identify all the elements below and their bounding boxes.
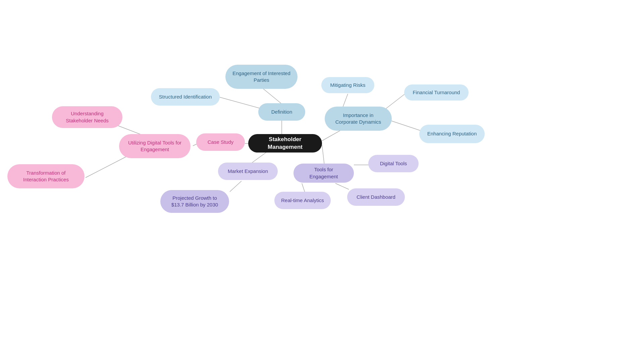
structured-id-node: Structured Identification	[151, 88, 220, 106]
definition-node: Definition	[258, 103, 305, 121]
digital-tools-node: Digital Tools	[368, 155, 419, 172]
transformation-node: Transformation of Interaction Practices	[7, 164, 85, 188]
realtime-analytics-node: Real-time Analytics	[274, 192, 331, 209]
svg-line-6	[391, 121, 421, 131]
importance-node: Importance in Corporate Dynamics	[325, 107, 392, 131]
svg-line-16	[230, 181, 241, 192]
svg-line-13	[335, 183, 349, 189]
engagement-parties-node: Engagement of Interested Parties	[225, 65, 298, 89]
enhancing-reputation-node: Enhancing Reputation	[419, 125, 485, 143]
projected-growth-node: Projected Growth to $13.7 Billion by 203…	[160, 190, 229, 213]
mitigating-risks-node: Mitigating Risks	[321, 77, 374, 93]
center-node: Stakeholder Management	[248, 134, 322, 153]
client-dashboard-node: Client Dashboard	[347, 188, 405, 206]
svg-line-15	[250, 151, 268, 164]
svg-line-11	[322, 145, 324, 165]
svg-line-1	[263, 89, 282, 104]
utilizing-digital-node: Utilizing Digital Tools for Engagement	[119, 134, 191, 158]
market-expansion-node: Market Expansion	[218, 163, 278, 180]
understanding-needs-node: Understanding Stakeholder Needs	[52, 106, 122, 128]
tools-engagement-node: Tools for Engagement	[293, 164, 354, 183]
case-study-node: Case Study	[196, 133, 245, 151]
financial-turnaround-node: Financial Turnaround	[404, 84, 469, 101]
